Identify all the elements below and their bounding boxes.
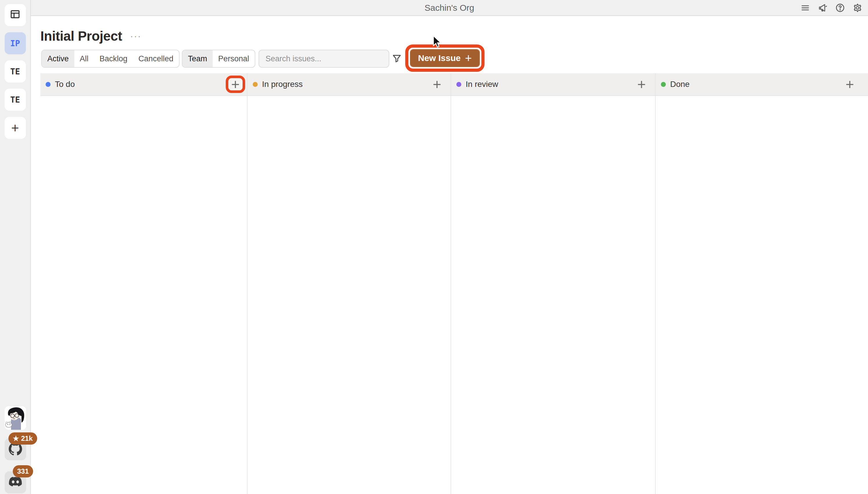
star-icon: ★ — [13, 434, 19, 442]
help-icon — [835, 3, 845, 13]
add-issue-button-in-progress[interactable]: + — [431, 78, 443, 90]
top-bar: Sachin's Org — [31, 0, 868, 16]
filter-tab-all[interactable]: All — [74, 50, 94, 67]
announcements-button[interactable] — [817, 3, 828, 13]
add-issue-button-done[interactable]: + — [844, 78, 856, 90]
help-button[interactable] — [835, 3, 845, 13]
new-issue-label: New Issue — [418, 53, 461, 63]
board-column-in-progress: In progress + — [247, 73, 451, 494]
user-avatar[interactable] — [5, 406, 26, 430]
new-issue-highlight-ring: New Issue + — [405, 44, 485, 72]
plus-icon: + — [11, 120, 19, 136]
sidebar-item-project-te-1[interactable]: TE — [5, 60, 26, 82]
project-content: Initial Project ··· Active All Backlog C… — [31, 16, 868, 494]
announcements-icon — [818, 3, 828, 13]
filter-tab-backlog[interactable]: Backlog — [94, 50, 133, 67]
status-dot — [253, 82, 258, 87]
column-title: Done — [670, 80, 690, 89]
board-column-in-review: In review + — [451, 73, 655, 494]
filter-tab-personal[interactable]: Personal — [213, 50, 255, 67]
column-body — [451, 96, 655, 494]
column-header-in-progress: In progress + — [248, 73, 451, 96]
add-issue-button-in-review[interactable]: + — [636, 78, 648, 90]
column-header-done: Done + — [656, 73, 868, 96]
layout-panel-icon — [10, 9, 20, 21]
kanban-board: To do + In progress + In revie — [40, 73, 868, 494]
sidebar: IP TE TE + — [0, 0, 31, 494]
project-more-button[interactable]: ··· — [129, 31, 143, 41]
org-title: Sachin's Org — [425, 3, 474, 13]
add-issue-button-todo[interactable]: + — [230, 78, 241, 90]
sidebar-item-label: TE — [10, 67, 20, 76]
add-issue-highlight-ring: + — [226, 76, 245, 93]
scope-filter-group: Team Personal — [182, 50, 255, 68]
new-issue-button[interactable]: New Issue + — [410, 49, 480, 67]
column-title: In progress — [262, 80, 303, 89]
sidebar-item-label: TE — [10, 95, 20, 104]
search-input[interactable] — [259, 50, 389, 68]
discord-icon — [8, 476, 23, 489]
sidebar-item-overview[interactable] — [5, 4, 26, 26]
topbar-icon-group — [800, 0, 863, 15]
filter-tab-cancelled[interactable]: Cancelled — [133, 50, 179, 67]
column-title: To do — [55, 80, 75, 89]
settings-button[interactable] — [852, 3, 863, 13]
plus-icon: + — [465, 54, 472, 62]
status-filter-group: Active All Backlog Cancelled — [41, 50, 179, 68]
status-dot — [456, 82, 461, 87]
status-dot — [46, 82, 51, 87]
column-title: In review — [466, 80, 498, 89]
main-area: Sachin's Org — [31, 0, 868, 494]
filter-tab-active[interactable]: Active — [42, 50, 74, 67]
filter-button[interactable] — [390, 52, 403, 65]
column-header-in-review: In review + — [451, 73, 655, 96]
page-header: Initial Project ··· — [40, 28, 143, 44]
avatar-illustration — [5, 406, 26, 430]
status-dot — [661, 82, 666, 87]
settings-icon — [853, 3, 863, 13]
board-column-done: Done + — [655, 73, 868, 494]
github-stars-count: 21k — [21, 434, 33, 442]
sidebar-item-project-te-2[interactable]: TE — [5, 89, 26, 111]
page-title: Initial Project — [40, 28, 122, 44]
sidebar-item-label: IP — [10, 39, 20, 48]
menu-button[interactable] — [800, 3, 810, 13]
funnel-icon — [392, 53, 402, 64]
discord-members-count: 331 — [17, 467, 29, 475]
column-header-todo: To do + — [40, 73, 247, 96]
board-column-todo: To do + — [40, 73, 247, 494]
menu-icon — [800, 3, 810, 13]
sidebar-workspace-list: IP TE TE + — [0, 4, 30, 139]
filter-tab-team[interactable]: Team — [182, 50, 213, 67]
discord-members-badge: 331 — [13, 465, 33, 477]
github-stars-badge: ★ 21k — [8, 432, 37, 444]
column-body — [656, 96, 868, 494]
add-workspace-button[interactable]: + — [5, 117, 26, 139]
sidebar-item-project-ip[interactable]: IP — [5, 32, 26, 54]
column-body — [248, 96, 451, 494]
column-body — [40, 96, 247, 494]
